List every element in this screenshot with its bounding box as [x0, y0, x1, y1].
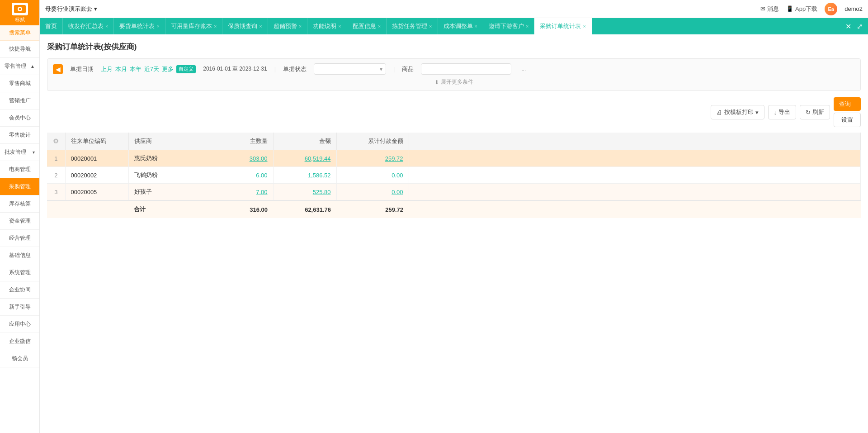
table-header-code: 往来单位编码 — [65, 133, 128, 150]
row-paid[interactable]: 0.00 — [336, 184, 409, 201]
sidebar-item-newbie-guide[interactable]: 新手引导 — [0, 299, 39, 316]
tab-close-icon[interactable]: × — [475, 24, 477, 29]
footer-qty: 316.00 — [219, 200, 273, 218]
query-btn[interactable]: 查询 — [834, 97, 861, 111]
sidebar-item-retail-stats[interactable]: 零售统计 — [0, 127, 39, 144]
vip-label: 畅会员 — [12, 355, 28, 362]
app-logo: 标赋 — [0, 0, 39, 25]
sidebar-item-enterprise-wechat[interactable]: 企业微信 — [0, 333, 39, 350]
tab-close-icon[interactable]: × — [526, 24, 528, 29]
sidebar-item-system-mgmt[interactable]: 系统管理 — [0, 264, 39, 281]
logo-icon — [12, 3, 28, 15]
shortcut-more[interactable]: 更多 — [162, 65, 174, 73]
status-select-wrapper — [314, 63, 386, 75]
tab-maximize-btn[interactable]: ⤢ — [855, 21, 864, 32]
tab-config-info[interactable]: 配置信息 × — [347, 18, 387, 34]
row-amount[interactable]: 525.80 — [273, 184, 336, 201]
refresh-btn[interactable]: ↻ 刷新 — [800, 105, 830, 119]
row-amount[interactable]: 60,519.44 — [273, 150, 336, 167]
tab-invite-downstream[interactable]: 邀请下游客户 × — [483, 18, 534, 34]
shortcut-this-month[interactable]: 本月 — [115, 65, 127, 73]
row-paid[interactable]: 0.00 — [336, 167, 409, 184]
tab-close-icon[interactable]: × — [378, 24, 381, 29]
sidebar-item-retail-shop[interactable]: 零售商城 — [0, 75, 39, 92]
sidebar-item-wholesale-mgmt[interactable]: 批发管理 ▾ — [0, 144, 39, 161]
row-extra — [409, 167, 861, 184]
expand-row: ⬇ 展开更多条件 — [53, 78, 855, 86]
tab-cost-adjust[interactable]: 成本调整单 × — [438, 18, 483, 34]
purchase-mgmt-label: 采购管理 — [9, 183, 31, 190]
sidebar-item-inventory[interactable]: 库存核算 — [0, 195, 39, 213]
quicknav-label: 快捷导航 — [9, 45, 31, 53]
settings-btn[interactable]: 设置 — [834, 113, 861, 127]
sidebar-item-app-center[interactable]: 应用中心 — [0, 316, 39, 333]
search-menu[interactable]: 搜索菜单 — [0, 25, 39, 41]
table-row: 1 00020001 惠氏奶粉 303.00 60,519.44 259.72 — [47, 150, 861, 167]
sidebar-item-purchase-mgmt[interactable]: 采购管理 — [0, 178, 39, 195]
tab-close-icon[interactable]: × — [299, 24, 302, 29]
row-supplier: 惠氏奶粉 — [128, 150, 219, 167]
sidebar-item-basic-info[interactable]: 基础信息 — [0, 247, 39, 264]
filter-toggle-btn[interactable]: ◀ — [53, 64, 63, 74]
tab-pick-task[interactable]: 拣货任务管理 × — [387, 18, 438, 34]
sidebar-item-vip[interactable]: 畅会员 — [0, 350, 39, 367]
sidebar-item-retail-mgmt[interactable]: 零售管理 ▲ — [0, 58, 39, 75]
tab-overstock-alert[interactable]: 超储预警 × — [268, 18, 307, 34]
sidebar-item-operations[interactable]: 经营管理 — [0, 230, 39, 247]
shortcut-this-year[interactable]: 本年 — [130, 65, 142, 73]
tab-close-icon[interactable]: × — [156, 24, 159, 29]
tab-available-stock[interactable]: 可用量库存账本 × — [165, 18, 222, 34]
sidebar-item-quicknav[interactable]: 快捷导航 — [0, 41, 39, 58]
account-name: 母婴行业演示账套 — [45, 5, 92, 13]
row-code: 00020005 — [65, 184, 128, 201]
sidebar-item-ecommerce[interactable]: 电商管理 — [0, 161, 39, 178]
tab-shelf-life[interactable]: 保质期查询 × — [222, 18, 268, 34]
message-btn[interactable]: ✉ 消息 — [760, 5, 779, 13]
row-qty[interactable]: 6.00 — [219, 167, 273, 184]
print-btn[interactable]: 🖨 按模板打印 ▾ — [711, 105, 764, 119]
tab-close-icon[interactable]: × — [338, 24, 341, 29]
goods-input[interactable] — [421, 63, 511, 75]
export-btn[interactable]: ↓ 导出 — [768, 105, 797, 119]
account-dropdown[interactable]: 母婴行业演示账套 ▾ — [45, 5, 97, 13]
sidebar-item-member-center[interactable]: 会员中心 — [0, 109, 39, 127]
finance-label: 资金管理 — [9, 217, 31, 225]
sidebar-item-finance[interactable]: 资金管理 — [0, 213, 39, 230]
logo-text: 标赋 — [15, 16, 25, 23]
sidebar-item-marketing[interactable]: 营销推广 — [0, 92, 39, 109]
filter-more-btn[interactable]: ... — [519, 65, 528, 73]
refresh-icon: ↻ — [806, 109, 811, 116]
expand-label: 展开更多条件 — [441, 78, 473, 86]
tab-function-desc[interactable]: 功能说明 × — [307, 18, 347, 34]
tab-close-icon[interactable]: × — [429, 24, 432, 29]
tab-order-stats[interactable]: 要货单统计表 × — [114, 18, 165, 34]
row-amount[interactable]: 1,586.52 — [273, 167, 336, 184]
page-title: 采购订单统计表(按供应商) — [47, 42, 861, 52]
app-download-btn[interactable]: 📱 App下载 — [786, 5, 817, 13]
tab-home[interactable]: 首页 — [40, 18, 63, 34]
row-qty[interactable]: 7.00 — [219, 184, 273, 201]
retail-mgmt-arrow: ▲ — [30, 64, 35, 69]
top-bar-right: ✉ 消息 📱 App下载 Ea demo2 — [760, 3, 863, 15]
custom-badge[interactable]: 自定义 — [176, 65, 196, 73]
status-select[interactable] — [314, 63, 386, 75]
username[interactable]: demo2 — [844, 5, 863, 12]
tab-close-icon[interactable]: × — [105, 24, 108, 29]
top-bar-left: 母婴行业演示账套 ▾ — [45, 5, 97, 13]
enterprise-collab-label: 企业协同 — [9, 286, 31, 294]
row-qty[interactable]: 303.00 — [219, 150, 273, 167]
tab-close-icon[interactable]: × — [214, 24, 217, 29]
expand-btn[interactable]: ⬇ 展开更多条件 — [434, 78, 473, 86]
tab-close-all-btn[interactable]: ✕ — [844, 21, 853, 32]
tab-purchase-order-stats[interactable]: 采购订单统计表 × — [534, 18, 591, 34]
tab-receive-summary[interactable]: 收发存汇总表 × — [63, 18, 114, 34]
shortcut-last-month[interactable]: 上月 — [101, 65, 113, 73]
row-paid[interactable]: 259.72 — [336, 150, 409, 167]
tab-close-active-icon[interactable]: × — [583, 24, 585, 29]
wholesale-mgmt-label: 批发管理 — [5, 148, 26, 156]
gear-icon[interactable]: ⚙ — [53, 137, 59, 145]
tab-close-icon[interactable]: × — [259, 24, 262, 29]
dropdown-arrow-icon: ▾ — [94, 5, 97, 12]
sidebar-item-enterprise-collab[interactable]: 企业协同 — [0, 281, 39, 299]
shortcut-7days[interactable]: 近7天 — [144, 65, 159, 73]
